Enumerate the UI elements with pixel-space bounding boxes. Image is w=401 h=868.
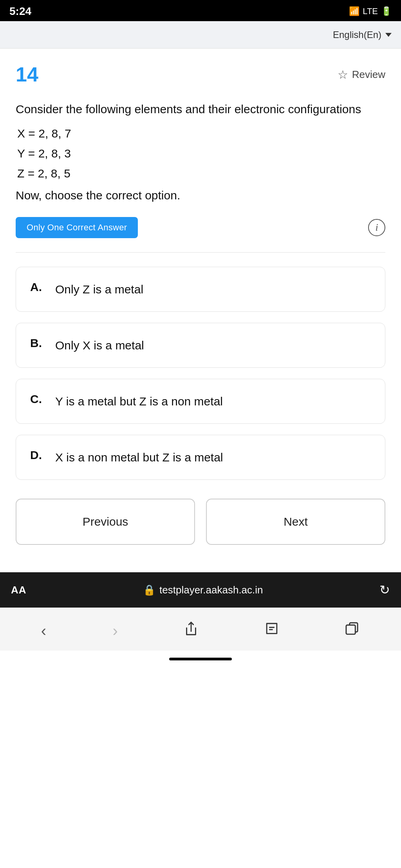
- info-icon[interactable]: i: [368, 219, 385, 236]
- option-a-label: A.: [30, 280, 44, 294]
- bottom-nav: ‹ ›: [0, 608, 401, 651]
- browser-aa-label[interactable]: AA: [11, 584, 27, 596]
- electronic-configs: X = 2, 8, 7 Y = 2, 8, 3 Z = 2, 8, 5: [16, 123, 385, 183]
- config-z: Z = 2, 8, 5: [17, 163, 385, 183]
- option-c-label: C.: [30, 392, 44, 406]
- reload-icon[interactable]: ↻: [379, 582, 390, 597]
- tabs-icon: [345, 622, 360, 640]
- tabs-button[interactable]: [341, 618, 364, 644]
- option-d-card[interactable]: D. X is a non metal but Z is a metal: [16, 435, 385, 480]
- back-icon: ‹: [41, 622, 46, 640]
- choose-instruction: Now, choose the correct option.: [16, 186, 385, 205]
- forward-icon: ›: [113, 622, 118, 640]
- option-b-card[interactable]: B. Only X is a metal: [16, 323, 385, 368]
- badge-row: Only One Correct Answer i: [16, 217, 385, 238]
- home-bar: [169, 658, 232, 660]
- main-content: 14 ☆ Review Consider the following eleme…: [0, 49, 401, 572]
- status-time: 5:24: [9, 5, 31, 18]
- browser-bar: AA 🔒 testplayer.aakash.ac.in ↻: [0, 572, 401, 608]
- option-d-text: X is a non metal but Z is a metal: [55, 448, 223, 466]
- question-header: 14 ☆ Review: [16, 63, 385, 86]
- option-a-card[interactable]: A. Only Z is a metal: [16, 267, 385, 312]
- chevron-down-icon: [385, 33, 392, 37]
- option-b-label: B.: [30, 336, 44, 350]
- svg-rect-3: [346, 625, 355, 634]
- review-button[interactable]: ☆ Review: [338, 68, 385, 81]
- bookmarks-button[interactable]: [261, 617, 283, 644]
- forward-button[interactable]: ›: [109, 618, 122, 644]
- option-b-text: Only X is a metal: [55, 336, 144, 354]
- lock-icon: 🔒: [143, 584, 155, 596]
- bookmarks-icon: [265, 621, 279, 640]
- option-a-text: Only Z is a metal: [55, 280, 143, 298]
- share-button[interactable]: [180, 617, 202, 644]
- review-label: Review: [352, 69, 385, 81]
- config-y: Y = 2, 8, 3: [17, 143, 385, 163]
- share-icon: [184, 621, 198, 640]
- nav-row: Previous Next: [16, 499, 385, 545]
- lte-label: LTE: [363, 6, 378, 16]
- divider: [16, 252, 385, 253]
- browser-url-bar[interactable]: 🔒 testplayer.aakash.ac.in: [34, 584, 372, 596]
- option-c-text: Y is a metal but Z is a non metal: [55, 392, 223, 410]
- next-button[interactable]: Next: [206, 499, 385, 545]
- option-d-label: D.: [30, 448, 44, 462]
- signal-icon: 📶: [349, 6, 359, 16]
- question-body: Consider the following elements and thei…: [16, 100, 385, 119]
- url-text: testplayer.aakash.ac.in: [159, 584, 263, 596]
- question-number: 14: [16, 63, 38, 86]
- previous-button[interactable]: Previous: [16, 499, 195, 545]
- battery-icon: 🔋: [381, 6, 392, 16]
- status-icons: 📶 LTE 🔋: [349, 6, 392, 16]
- config-x: X = 2, 8, 7: [17, 123, 385, 143]
- top-nav: English(En): [0, 21, 401, 49]
- language-label: English(En): [333, 29, 381, 40]
- home-indicator: [0, 651, 401, 664]
- option-c-card[interactable]: C. Y is a metal but Z is a non metal: [16, 379, 385, 424]
- status-bar: 5:24 📶 LTE 🔋: [0, 0, 401, 21]
- star-icon: ☆: [338, 68, 348, 81]
- back-button[interactable]: ‹: [37, 618, 50, 644]
- info-symbol: i: [375, 222, 378, 233]
- language-selector[interactable]: English(En): [333, 29, 392, 40]
- answer-type-badge: Only One Correct Answer: [16, 217, 138, 238]
